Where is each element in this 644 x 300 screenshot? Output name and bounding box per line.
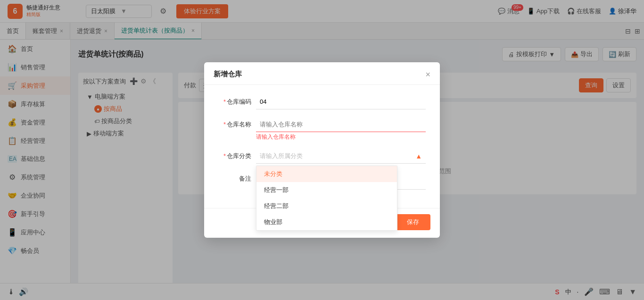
warehouse-class-placeholder: 请输入所属分类 — [260, 152, 415, 160]
remarks-label: 备注 — [218, 171, 256, 186]
warehouse-class-label: 仓库分类 — [218, 149, 256, 164]
form-row-code: 仓库编码 — [218, 94, 426, 109]
dropdown-item-dept1-label: 经营一部 — [264, 186, 289, 193]
select-arrow-up-icon: ▲ — [415, 152, 422, 160]
dialog-title: 新增仓库 — [214, 70, 242, 79]
warehouse-code-label: 仓库编码 — [218, 94, 256, 109]
dropdown-item-property[interactable]: 物业部 — [256, 214, 397, 230]
dropdown-item-dept1[interactable]: 经营一部 — [256, 182, 397, 198]
warehouse-name-error: 请输入仓库名称 — [256, 133, 426, 141]
warehouse-name-input[interactable] — [256, 117, 426, 132]
save-button[interactable]: 保存 — [396, 214, 430, 230]
dropdown-item-dept2-label: 经营二部 — [264, 202, 289, 209]
dropdown-item-property-label: 物业部 — [264, 218, 282, 225]
dialog-body: 仓库编码 仓库名称 请输入仓库名称 仓库分类 请输入所属分类 — [204, 85, 440, 208]
form-row-name: 仓库名称 请输入仓库名称 — [218, 117, 426, 141]
dialog-close-button[interactable]: × — [425, 70, 430, 79]
warehouse-class-control: 请输入所属分类 ▲ 未分类 经营一部 经营二部 — [256, 149, 426, 164]
dialog-header: 新增仓库 × — [204, 62, 440, 85]
modal-overlay: 新增仓库 × 仓库编码 仓库名称 请输入仓库名称 仓库分类 — [0, 0, 644, 300]
dropdown-item-dept2[interactable]: 经营二部 — [256, 198, 397, 214]
warehouse-class-dropdown: 未分类 经营一部 经营二部 物业部 — [256, 166, 397, 231]
dropdown-item-unclassified-label: 未分类 — [264, 170, 282, 177]
form-row-category: 仓库分类 请输入所属分类 ▲ 未分类 经营一部 — [218, 149, 426, 164]
warehouse-code-input[interactable] — [256, 94, 426, 109]
warehouse-name-label: 仓库名称 — [218, 117, 256, 132]
warehouse-code-control — [256, 94, 426, 109]
warehouse-name-control: 请输入仓库名称 — [256, 117, 426, 141]
dropdown-item-unclassified[interactable]: 未分类 — [256, 166, 397, 182]
add-warehouse-dialog: 新增仓库 × 仓库编码 仓库名称 请输入仓库名称 仓库分类 — [204, 62, 440, 238]
warehouse-class-select[interactable]: 请输入所属分类 ▲ — [256, 149, 426, 164]
